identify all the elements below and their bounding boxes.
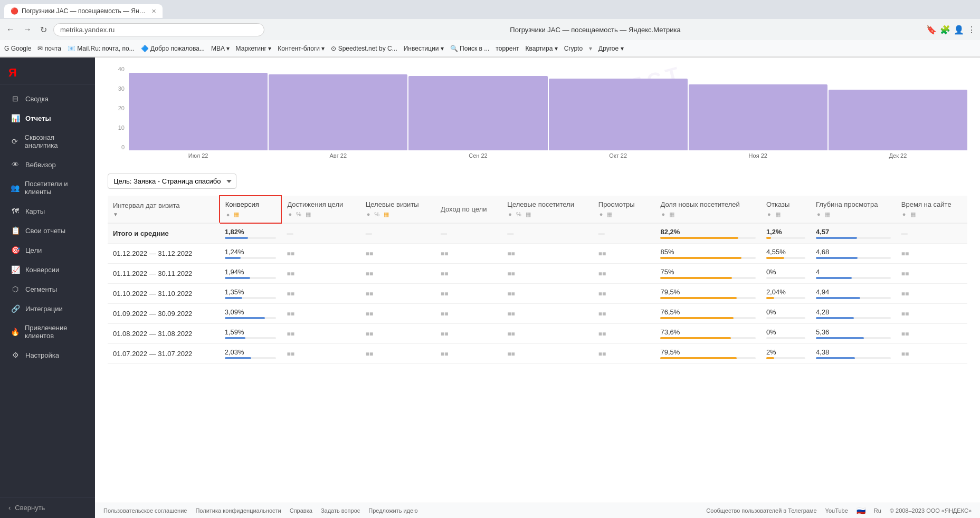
th-date[interactable]: Интервал дат визита ▼ [108, 196, 220, 223]
table-wrapper: Интервал дат визита ▼ Конверсия ● ▦ [95, 195, 980, 503]
footer-question[interactable]: Задать вопрос [321, 507, 360, 514]
sidebar-item-settings[interactable]: ⚙ Настройка [2, 346, 93, 364]
th-target-v[interactable]: Целевые визиты ● % ▦ [360, 196, 435, 223]
bookmark-google[interactable]: G Google [4, 45, 31, 52]
sidebar-item-integrations[interactable]: 🔗 Интеграции [2, 299, 93, 318]
bookmark-torrent[interactable]: торрент [496, 45, 519, 52]
th-t-pie-btn[interactable]: ● [901, 210, 907, 218]
row1-tv: ■■ [360, 264, 435, 284]
menu-icon[interactable]: ⋮ [967, 25, 976, 35]
sidebar-item-segments[interactable]: ⬡ Сегменты [2, 280, 93, 299]
th-bounce[interactable]: Отказы ● ▦ [761, 196, 811, 223]
th-views[interactable]: Просмотры ● ▦ [593, 196, 655, 223]
th-tvis-pie-btn[interactable]: ● [507, 210, 513, 218]
bookmark-mailru[interactable]: 📧 Mail.Ru: почта, по... [68, 45, 135, 52]
th-time[interactable]: Время на сайте ● ▦ [896, 196, 967, 223]
th-income[interactable]: Доход по цели [435, 196, 502, 223]
bookmark-marketing[interactable]: Маркетинг ▾ [236, 45, 272, 52]
th-b-bar-btn[interactable]: ▦ [774, 210, 782, 218]
th-tvis-pct-btn[interactable]: % [515, 210, 522, 218]
row3-depth: 4,28 [811, 304, 896, 324]
th-new-vis[interactable]: Доля новых посетителей ● ▦ [655, 196, 760, 223]
sidebar-item-visitors[interactable]: 👥 Посетители и клиенты [2, 175, 93, 201]
th-achiev-pie-btn[interactable]: ● [287, 210, 293, 218]
extensions-icon[interactable]: 🧩 [940, 25, 950, 35]
chart-bar-4[interactable] [689, 84, 827, 150]
total-income: — [435, 223, 502, 244]
sidebar-item-webvizor[interactable]: 👁 Вебвизор [2, 155, 93, 174]
bookmark-icon[interactable]: 🔖 [926, 25, 937, 35]
chart-bar-3[interactable] [549, 79, 688, 150]
th-depth[interactable]: Глубина просмотра ● ▦ [811, 196, 896, 223]
total-date: Итого и средние [108, 223, 220, 244]
bookmark-mba[interactable]: MBA ▾ [211, 45, 230, 52]
sidebar-item-conversions[interactable]: 📈 Конверсии [2, 260, 93, 279]
footer-idea[interactable]: Предложить идею [368, 507, 417, 514]
sidebar-item-maps[interactable]: 🗺 Карты [2, 202, 93, 220]
th-achiev[interactable]: Достижения цели ● % ▦ [281, 196, 360, 223]
row4-time: ■■ [896, 324, 967, 344]
th-b-pie-btn[interactable]: ● [766, 210, 772, 218]
footer-community[interactable]: Сообщество пользователей в Телеграме [706, 507, 816, 514]
sidebar-item-skvoznaya[interactable]: ⟳ Сквозная аналитика [2, 128, 93, 155]
th-tv-pie-btn[interactable]: ● [366, 210, 372, 218]
sidebar-item-attract[interactable]: 🔥 Привлечение клиентов [2, 319, 93, 345]
th-conv[interactable]: Конверсия ● ▦ [220, 196, 282, 223]
active-tab[interactable]: 🔴 Погрузчики JAC — посещаемость — Яндекс… [4, 4, 163, 18]
otchety-icon: 📊 [11, 114, 20, 122]
th-nv-bar-btn[interactable]: ▦ [668, 210, 675, 218]
total-nv-value: 82,2% [660, 228, 755, 236]
total-conv-value: 1,82% [225, 228, 277, 236]
th-tv-bar-btn[interactable]: ▦ [383, 210, 390, 218]
th-v-pie-btn[interactable]: ● [598, 210, 604, 218]
bookmark-search[interactable]: 🔍 Поиск в ... [450, 45, 490, 52]
bookmark-kvartira[interactable]: Квартира ▾ [526, 45, 558, 52]
bookmark-invest[interactable]: Инвестиции ▾ [404, 45, 444, 52]
sidebar-label-svodka: Сводка [25, 95, 49, 103]
total-target-vis: — [502, 223, 593, 244]
address-bar[interactable]: metrika.yandex.ru [53, 23, 264, 36]
sidebar-item-myreports[interactable]: 📋 Свои отчеты [2, 221, 93, 240]
sidebar-collapse[interactable]: ‹ Свернуть [0, 497, 95, 518]
row3-conv: 3,09% [220, 304, 282, 324]
th-nv-pie-btn[interactable]: ● [660, 210, 666, 218]
total-bounce: 1,2% [761, 223, 811, 244]
bookmark-speedtest[interactable]: ⊙ Speedtest.net by C... [331, 45, 397, 52]
th-achiev-pct-btn[interactable]: % [295, 210, 302, 218]
bookmark-content[interactable]: Контент-блоги ▾ [278, 45, 325, 52]
chart-bar-2[interactable] [408, 76, 547, 150]
bookmark-crypto[interactable]: Crypto [564, 45, 583, 52]
row5-date: 01.07.2022 — 31.07.2022 [108, 344, 220, 364]
bookmark-pochta[interactable]: ✉ почта [37, 45, 61, 52]
th-tv-pct-btn[interactable]: % [373, 210, 380, 218]
th-d-bar-btn[interactable]: ▦ [824, 210, 831, 218]
sidebar-item-goals[interactable]: 🎯 Цели [2, 241, 93, 260]
back-button[interactable]: ← [4, 23, 17, 36]
bookmark-other[interactable]: Другое ▾ [598, 45, 623, 52]
th-achiev-bar-btn[interactable]: ▦ [305, 210, 312, 218]
bookmark-dobro[interactable]: 🔷 Добро пожалова... [141, 45, 205, 52]
th-target-vis[interactable]: Целевые посетители ● % ▦ [502, 196, 593, 223]
th-conv-pie-btn[interactable]: ● [225, 211, 231, 218]
th-conv-bar-btn[interactable]: ▦ [233, 210, 240, 218]
sidebar-item-otchety[interactable]: 📊 Отчеты [2, 109, 93, 128]
th-t-bar-btn[interactable]: ▦ [909, 210, 917, 218]
goal-filter-select[interactable]: Цель: Заявка - Страница спасибо [108, 174, 236, 189]
tab-close-icon[interactable]: ✕ [151, 8, 156, 15]
chart-bar-1[interactable] [269, 74, 407, 150]
forward-button[interactable]: → [21, 23, 34, 36]
profile-icon[interactable]: 👤 [954, 25, 964, 35]
refresh-button[interactable]: ↻ [38, 23, 49, 37]
sidebar-label-skvoznaya: Сквозная аналитика [25, 133, 84, 149]
footer-youtube[interactable]: YouTube [825, 507, 848, 514]
footer-help[interactable]: Справка [290, 507, 312, 514]
chart-bar-5[interactable] [829, 90, 967, 150]
th-tvis-bar-btn[interactable]: ▦ [525, 210, 532, 218]
th-v-bar-btn[interactable]: ▦ [606, 210, 613, 218]
footer-agreement[interactable]: Пользовательское соглашение [103, 507, 187, 514]
row1-date: 01.11.2022 — 30.11.2022 [108, 264, 220, 284]
th-d-pie-btn[interactable]: ● [816, 210, 822, 218]
chart-bar-0[interactable] [129, 73, 268, 150]
footer-privacy[interactable]: Политика конфиденциальности [195, 507, 281, 514]
sidebar-item-svodka[interactable]: ⊟ Сводка [2, 89, 93, 108]
